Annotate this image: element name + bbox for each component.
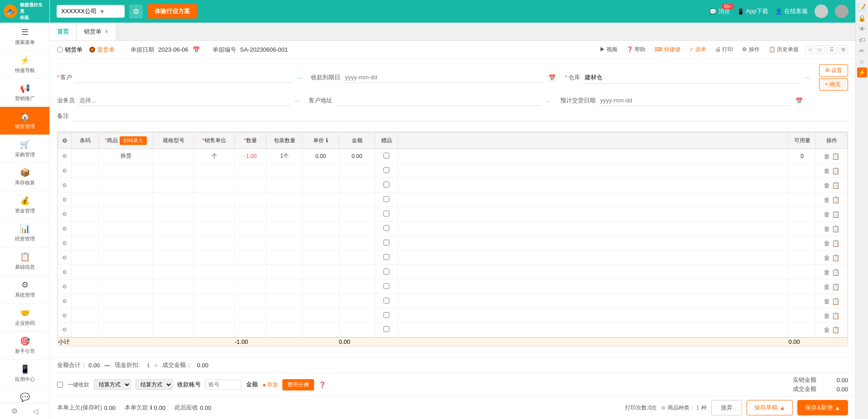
cell-qty-0[interactable]: -1.00 bbox=[235, 149, 267, 164]
delete-icon-2[interactable]: 🗑 bbox=[824, 182, 830, 189]
delete-icon-1[interactable]: 🗑 bbox=[824, 167, 830, 174]
cell-unit-price-8[interactable] bbox=[303, 265, 339, 279]
gift-checkbox-1[interactable] bbox=[383, 167, 389, 173]
save-new-button[interactable]: 保存&新增 ▲ bbox=[797, 400, 848, 415]
cell-pkg-qty-0[interactable]: 1个 bbox=[267, 149, 303, 164]
cell-amount-10[interactable] bbox=[339, 294, 375, 308]
cell-product-7[interactable] bbox=[99, 250, 153, 265]
gift-checkbox-7[interactable] bbox=[383, 254, 389, 260]
sidebar-item-apps[interactable]: 📱 应用中心 bbox=[0, 360, 49, 388]
copy-icon-9[interactable]: 📋 bbox=[832, 283, 839, 290]
delete-icon-0[interactable]: 🗑 bbox=[824, 153, 830, 160]
cell-product-10[interactable] bbox=[99, 294, 153, 308]
cell-gift-11[interactable] bbox=[375, 308, 398, 323]
cell-barcode-0[interactable] bbox=[72, 149, 99, 164]
cell-gift-8[interactable] bbox=[375, 265, 398, 279]
message-button[interactable]: 💬 消息 99+ bbox=[709, 7, 730, 15]
cell-unit-price-6[interactable] bbox=[303, 236, 339, 250]
view-list-btn[interactable]: ☰ bbox=[827, 45, 837, 54]
cell-unit-0[interactable]: 个 bbox=[194, 149, 235, 164]
sidebar-item-collab[interactable]: 🤝 企业协同 bbox=[0, 303, 49, 332]
cell-product-5[interactable] bbox=[99, 222, 153, 236]
cell-spec-11[interactable] bbox=[153, 308, 194, 323]
sidebar-item-finance[interactable]: 💰 资金管理 bbox=[0, 191, 49, 219]
salesperson-dots[interactable]: ··· bbox=[295, 97, 300, 104]
cell-gift-5[interactable] bbox=[375, 222, 398, 236]
print-btn[interactable]: 🖨 打印 bbox=[713, 44, 736, 55]
sidebar-settings-btn[interactable]: ⚙ bbox=[11, 407, 18, 415]
cell-spec-0[interactable] bbox=[153, 149, 194, 164]
radio-sales-input[interactable] bbox=[57, 47, 63, 53]
cell-amount-9[interactable] bbox=[339, 279, 375, 294]
radio-sales[interactable]: 销货单 bbox=[57, 46, 82, 54]
cell-unit-price-5[interactable] bbox=[303, 222, 339, 236]
discount-help-icon[interactable]: ℹ bbox=[147, 362, 150, 369]
cell-gift-1[interactable] bbox=[375, 164, 398, 178]
cell-unit-price-7[interactable] bbox=[303, 250, 339, 265]
cell-barcode-5[interactable] bbox=[72, 222, 99, 236]
sidebar-item-purchase[interactable]: 🛒 采购管理 bbox=[0, 135, 49, 163]
right-panel-action-btn[interactable]: ⚡ bbox=[857, 67, 867, 77]
cell-unit-price-0[interactable]: 0.00 bbox=[303, 149, 339, 164]
gift-checkbox-9[interactable] bbox=[383, 283, 389, 289]
sidebar-item-inventory[interactable]: 📦 库存核算 bbox=[0, 163, 49, 191]
cell-unit-price-9[interactable] bbox=[303, 279, 339, 294]
shortcut-btn[interactable]: ⌨ 快捷键 bbox=[652, 44, 683, 55]
delete-icon-11[interactable]: 🗑 bbox=[824, 312, 830, 319]
sidebar-item-operation[interactable]: 📊 经营管理 bbox=[0, 219, 49, 247]
customer-input[interactable] bbox=[75, 72, 292, 83]
cell-product-8[interactable] bbox=[99, 265, 153, 279]
copy-icon-5[interactable]: 📋 bbox=[832, 225, 839, 232]
cell-unit-price-3[interactable] bbox=[303, 193, 339, 207]
cell-qty-11[interactable] bbox=[235, 308, 267, 323]
online-service-button[interactable]: 👤 在线客服 bbox=[775, 7, 808, 15]
cell-amount-6[interactable] bbox=[339, 236, 375, 250]
sidebar-item-shortcut[interactable]: ⚡ 快捷导航 bbox=[0, 51, 49, 79]
cell-gift-12[interactable] bbox=[375, 323, 398, 337]
cell-pkg-qty-8[interactable] bbox=[267, 265, 303, 279]
customer-addr-input[interactable] bbox=[335, 95, 542, 106]
cell-qty-1[interactable] bbox=[235, 164, 267, 178]
delete-icon-9[interactable]: 🗑 bbox=[824, 283, 830, 290]
cell-unit-price-1[interactable] bbox=[303, 164, 339, 178]
cell-pkg-qty-2[interactable] bbox=[267, 178, 303, 193]
cell-pkg-qty-4[interactable] bbox=[267, 207, 303, 222]
cell-gift-4[interactable] bbox=[375, 207, 398, 222]
right-panel-edit-btn[interactable]: ✏ bbox=[857, 46, 867, 56]
cell-amount-8[interactable] bbox=[339, 265, 375, 279]
salesperson-input[interactable] bbox=[78, 95, 290, 106]
cell-barcode-6[interactable] bbox=[72, 236, 99, 250]
gift-checkbox-3[interactable] bbox=[383, 196, 389, 202]
expected-date-cal-icon[interactable]: 📅 bbox=[795, 97, 803, 104]
copy-icon-3[interactable]: 📋 bbox=[832, 196, 839, 203]
cell-unit-9[interactable] bbox=[194, 279, 235, 294]
cell-qty-9[interactable] bbox=[235, 279, 267, 294]
cell-product-9[interactable] bbox=[99, 279, 153, 294]
cell-pkg-qty-12[interactable] bbox=[267, 323, 303, 337]
cell-unit-5[interactable] bbox=[194, 222, 235, 236]
scan-button[interactable]: 扫码录入 bbox=[120, 136, 147, 145]
delete-icon-6[interactable]: 🗑 bbox=[824, 240, 830, 247]
cell-barcode-8[interactable] bbox=[72, 265, 99, 279]
cell-unit-7[interactable] bbox=[194, 250, 235, 265]
cell-amount-5[interactable] bbox=[339, 222, 375, 236]
cell-unit-8[interactable] bbox=[194, 265, 235, 279]
history-btn[interactable]: 📋 历史单据 bbox=[766, 44, 801, 55]
header-gear-button[interactable]: ⚙ bbox=[129, 5, 143, 19]
cell-gift-2[interactable] bbox=[375, 178, 398, 193]
gift-checkbox-2[interactable] bbox=[383, 182, 389, 188]
cell-spec-2[interactable] bbox=[153, 178, 194, 193]
cell-amount-12[interactable] bbox=[339, 323, 375, 337]
cell-gift-7[interactable] bbox=[375, 250, 398, 265]
cell-spec-6[interactable] bbox=[153, 236, 194, 250]
ops-btn[interactable]: ⚙ 操作 bbox=[739, 44, 762, 55]
customer-dots[interactable]: ··· bbox=[297, 74, 302, 81]
cell-spec-8[interactable] bbox=[153, 265, 194, 279]
cell-spec-7[interactable] bbox=[153, 250, 194, 265]
tab-home[interactable]: 首页 bbox=[50, 23, 77, 40]
cell-amount-7[interactable] bbox=[339, 250, 375, 265]
warehouse-dots[interactable]: ··· bbox=[805, 74, 810, 81]
cell-barcode-9[interactable] bbox=[72, 279, 99, 294]
cell-pkg-qty-10[interactable] bbox=[267, 294, 303, 308]
cell-amount-3[interactable] bbox=[339, 193, 375, 207]
